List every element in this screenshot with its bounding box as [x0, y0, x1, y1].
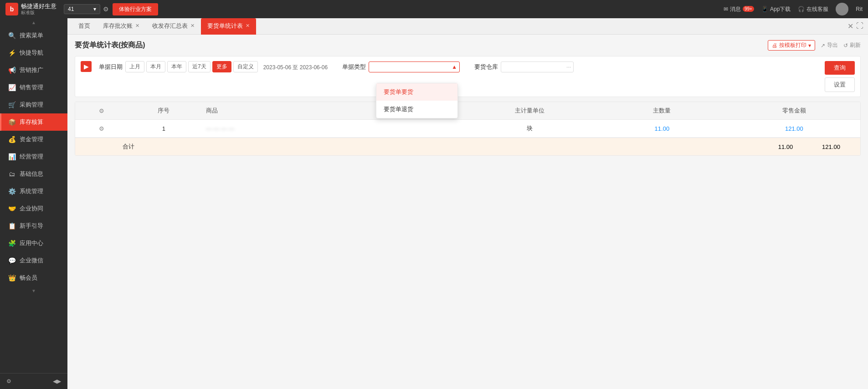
filter-row: 单据日期 上月 本月 本年 近7天 更多 自定义	[99, 61, 817, 72]
sidebar-label-guide: 新手引导	[20, 222, 43, 230]
sidebar-item-member[interactable]: 👑畅会员	[0, 269, 67, 287]
headset-icon: 🎧	[798, 6, 805, 12]
sidebar-scroll-down[interactable]: ▼	[0, 287, 67, 295]
dropdown-item-order-goods[interactable]: 要货单要货	[376, 83, 457, 101]
content-area: 首页库存批次账 ✕收发存汇总表 ✕要货单统计表 ✕ ✕ ⛶ 要货单统计表(按商品…	[67, 18, 868, 389]
close-tab-button[interactable]: ✕	[847, 22, 853, 31]
sidebar-item-search[interactable]: 🔍搜索菜单	[0, 27, 67, 44]
sidebar-scroll-up[interactable]: ▲	[0, 18, 67, 27]
print-button[interactable]: 🖨 按模板打印 ▾	[768, 40, 815, 51]
sidebar-bottom: ⚙ ◀▶	[0, 373, 67, 389]
this-year-btn[interactable]: 本年	[167, 61, 186, 72]
sidebar-item-app-center[interactable]: 🧩应用中心	[0, 235, 67, 252]
last-7days-btn[interactable]: 近7天	[188, 61, 211, 72]
query-button[interactable]: 查询	[825, 61, 855, 75]
messages-action[interactable]: ✉ 消息 99+	[724, 5, 754, 13]
sidebar-item-finance[interactable]: 💰资金管理	[0, 131, 67, 148]
sidebar-icon-search: 🔍	[8, 32, 16, 39]
sidebar-label-member: 畅会员	[20, 274, 37, 282]
settings-bottom-icon[interactable]: ⚙	[6, 378, 11, 384]
type-input-chevron[interactable]: ▲	[452, 64, 457, 70]
footer-quantity: 11.00	[763, 143, 808, 150]
tab-home[interactable]: 首页	[72, 18, 97, 35]
sidebar-item-enterprise[interactable]: 🤝企业协同	[0, 200, 67, 217]
filter-bar: ▶ 单据日期 上月 本月 本年 近7天 更多 自定义	[75, 56, 861, 97]
printer-icon: 🖨	[772, 42, 777, 49]
warehouse-filter-input[interactable]	[501, 61, 574, 72]
custom-date-btn[interactable]: 自定义	[233, 61, 258, 72]
sidebar-label-marketing: 营销推广	[20, 66, 43, 74]
row-settings-0[interactable]: ⚙	[75, 120, 128, 138]
title-actions: 🖨 按模板打印 ▾ ↗ 导出 ↺ 刷新	[768, 40, 861, 51]
collapse-icon[interactable]: ◀▶	[53, 378, 61, 384]
row-amount-0[interactable]: 121.00	[728, 120, 860, 138]
sidebar-label-enterprise: 企业协同	[20, 205, 43, 213]
data-table: ⚙ 序号 商品 主计量单位 主数量 零售金额 ⚙ 1 — — — — 块 11.…	[75, 102, 860, 138]
filter-buttons: 查询 设置	[825, 61, 855, 92]
type-filter-label: 单据类型	[342, 63, 366, 71]
sidebar-icon-sales: 📈	[8, 84, 16, 91]
warehouse-filter-label: 要货仓库	[474, 63, 498, 71]
header-settings-icon[interactable]: ⚙	[103, 5, 109, 13]
sidebar-item-quick-nav[interactable]: ⚡快捷导航	[0, 44, 67, 61]
tab-inventory-batch[interactable]: 库存批次账 ✕	[97, 18, 146, 35]
type-dropdown: 要货单要货 要货单退货	[376, 83, 458, 118]
col-settings: ⚙	[75, 102, 128, 120]
more-dates-btn[interactable]: 更多	[212, 61, 231, 72]
filter-toggle-button[interactable]: ▶	[81, 61, 92, 72]
sidebar-item-sales[interactable]: 📈销售管理	[0, 79, 67, 96]
main-layout: ▲ 🔍搜索菜单⚡快捷导航📢营销推广📈销售管理🛒采购管理📦库存核算💰资金管理📊经营…	[0, 18, 868, 389]
warehouse-input-wrapper: ···	[501, 61, 574, 72]
tabs-bar: 首页库存批次账 ✕收发存汇总表 ✕要货单统计表 ✕ ✕ ⛶	[67, 18, 868, 35]
maximize-tab-button[interactable]: ⛶	[856, 22, 863, 31]
sidebar-item-inventory[interactable]: 📦库存核算	[0, 113, 67, 131]
refresh-button[interactable]: ↺ 刷新	[843, 41, 861, 49]
last-month-btn[interactable]: 上月	[125, 61, 144, 72]
tab-label-order-summary: 要货单统计表	[207, 22, 243, 30]
sidebar-item-system[interactable]: ⚙️系统管理	[0, 183, 67, 200]
online-service-action[interactable]: 🎧 在线客服	[798, 5, 828, 13]
tab-label-collect-summary: 收发存汇总表	[152, 22, 188, 30]
logo-icon: b	[5, 3, 18, 15]
col-amount: 零售金额	[728, 102, 860, 120]
col-unit: 主计量单位	[464, 102, 596, 120]
sidebar-item-operations[interactable]: 📊经营管理	[0, 148, 67, 165]
tab-close-inventory-batch[interactable]: ✕	[135, 23, 139, 29]
filter-settings-button[interactable]: 设置	[825, 77, 855, 92]
type-filter-input[interactable]	[369, 61, 460, 72]
warehouse-input-more[interactable]: ···	[566, 64, 571, 70]
row-quantity-0[interactable]: 11.00	[596, 120, 728, 138]
export-icon: ↗	[821, 42, 825, 49]
page-title-row: 要货单统计表(按商品) 🖨 按模板打印 ▾ ↗ 导出 ↺ 刷新	[75, 40, 861, 51]
tab-close-collect-summary[interactable]: ✕	[190, 23, 195, 29]
sidebar-item-purchase[interactable]: 🛒采购管理	[0, 96, 67, 113]
date-buttons-group: 上月 本月 本年 近7天 更多 自定义	[125, 61, 258, 72]
sidebar-icon-finance: 💰	[8, 136, 16, 143]
trial-button[interactable]: 体验行业方案	[113, 3, 158, 15]
sidebar-icon-system: ⚙️	[8, 188, 16, 195]
sidebar-item-marketing[interactable]: 📢营销推广	[0, 61, 67, 79]
header-left: b 畅捷通好生意 标准版 41 ▾ ⚙ 体验行业方案	[5, 3, 158, 15]
footer-label: 合计	[123, 143, 150, 151]
tab-count-selector[interactable]: 41 ▾	[64, 4, 100, 14]
dropdown-item-order-return[interactable]: 要货单退货	[376, 101, 457, 118]
tab-collect-summary[interactable]: 收发存汇总表 ✕	[146, 18, 201, 35]
sidebar-icon-member: 👑	[8, 274, 16, 282]
sidebar-item-wecom[interactable]: 💬企业微信	[0, 252, 67, 269]
sidebar-label-inventory: 库存核算	[20, 118, 43, 126]
app-download-action[interactable]: 📱 App下载	[761, 5, 791, 13]
this-month-btn[interactable]: 本月	[146, 61, 165, 72]
sidebar-item-guide[interactable]: 📋新手引导	[0, 217, 67, 235]
row-goods-0: — — — —	[200, 120, 464, 138]
tab-close-order-summary[interactable]: ✕	[246, 23, 250, 29]
sidebar-icon-guide: 📋	[8, 222, 16, 230]
user-avatar[interactable]	[836, 3, 848, 15]
date-range-display: 2023-05-06 至 2023-06-06	[263, 64, 328, 72]
sidebar-item-base-info[interactable]: 🗂基础信息	[0, 165, 67, 183]
col-seq: 序号	[128, 102, 200, 120]
type-input-wrapper: ▲	[369, 61, 460, 72]
phone-icon: 📱	[761, 6, 768, 12]
tab-order-summary[interactable]: 要货单统计表 ✕	[201, 18, 256, 35]
sidebar-icon-wecom: 💬	[8, 257, 16, 264]
export-button[interactable]: ↗ 导出	[821, 41, 838, 49]
